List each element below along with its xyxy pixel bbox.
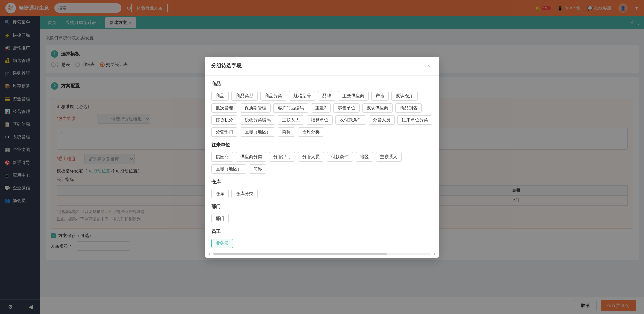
field-tag-quality-mgmt[interactable]: 保质期管理 [240, 103, 271, 113]
field-tag-weight3[interactable]: 重量3 [311, 103, 331, 113]
field-tag-alias[interactable]: 商品别名 [395, 103, 422, 113]
modal-header: 分组待选字段 × [205, 57, 439, 76]
modal-body[interactable]: 商品商品商品类型商品分类规格型号品牌主要供应商产地默认仓库批次管理保质期管理客户… [205, 76, 439, 250]
field-tag-supplier[interactable]: 供应商 [211, 152, 233, 162]
section-title-staff: 员工 [211, 229, 433, 235]
field-tags-staff: 业务员 [211, 239, 433, 248]
scroll-right-arrow[interactable]: › [433, 250, 435, 257]
field-tag-short-name[interactable]: 简称 [278, 127, 295, 137]
modal-overlay: 分组待选字段 × 商品商品商品类型商品分类规格型号品牌主要供应商产地默认仓库批次… [0, 0, 644, 314]
field-tag-tax-code[interactable]: 税收分类编码 [240, 115, 275, 125]
scrollbar-thumb [213, 253, 387, 255]
field-tag-payment-cond[interactable]: 付款条件 [327, 152, 353, 162]
field-tag-short-name2[interactable]: 简称 [249, 164, 266, 174]
modal-dialog: 分组待选字段 × 商品商品商品类型商品分类规格型号品牌主要供应商产地默认仓库批次… [205, 57, 439, 258]
modal-footer-scrollbar: ‹ › [205, 250, 439, 257]
field-tag-wh[interactable]: 仓库 [211, 189, 229, 198]
field-tag-salesman[interactable]: 业务员 [211, 239, 233, 248]
horizontal-scrollbar[interactable] [213, 253, 431, 255]
field-tag-dept[interactable]: 分管部门 [269, 152, 295, 162]
field-tag-pick-points[interactable]: 拣货积分 [211, 115, 237, 125]
field-tag-batch-mgmt[interactable]: 批次管理 [211, 103, 237, 113]
field-tag-payment-terms[interactable]: 收付款条件 [335, 115, 366, 125]
field-tag-origin[interactable]: 产地 [371, 91, 389, 101]
field-tag-spec-type[interactable]: 规格型号 [289, 91, 315, 101]
field-tag-wh-cat[interactable]: 仓库分类 [231, 189, 258, 198]
section-title-warehouse: 仓库 [211, 179, 433, 185]
field-tag-settle-unit[interactable]: 结算单位 [307, 115, 333, 125]
field-tag-partner-contact[interactable]: 主联系人 [376, 152, 402, 162]
field-tag-area[interactable]: 地区 [356, 152, 373, 162]
field-tag-manage-dept[interactable]: 分管部门 [211, 127, 237, 137]
field-tags-goods: 商品商品类型商品分类规格型号品牌主要供应商产地默认仓库批次管理保质期管理客户商品… [211, 91, 433, 137]
field-tag-goods-cat[interactable]: 商品分类 [260, 91, 286, 101]
section-title-department: 部门 [211, 204, 433, 210]
modal-title: 分组待选字段 [211, 63, 241, 69]
field-tag-dept-staff[interactable]: 分管人员 [298, 152, 324, 162]
field-tag-default-warehouse[interactable]: 默认仓库 [391, 91, 418, 101]
field-tag-supervisor[interactable]: 分管人员 [369, 115, 395, 125]
field-tags-department: 部门 [211, 214, 433, 223]
field-tag-main-supplier[interactable]: 主要供应商 [338, 91, 369, 101]
field-tag-goods-name[interactable]: 商品 [211, 91, 229, 101]
field-tag-customer-code[interactable]: 客户商品编码 [273, 103, 308, 113]
field-tag-dep[interactable]: 部门 [211, 214, 229, 223]
field-tag-default-supplier[interactable]: 默认供应商 [362, 103, 393, 113]
field-tag-goods-type[interactable]: 商品类型 [231, 91, 258, 101]
field-tag-region-goods[interactable]: 区域（地区） [240, 127, 275, 137]
field-tag-retail-unit[interactable]: 零售单位 [333, 103, 360, 113]
section-title-goods: 商品 [211, 81, 433, 87]
field-tag-warehouse-cat[interactable]: 仓库分类 [298, 127, 324, 137]
field-tags-warehouse: 仓库仓库分类 [211, 189, 433, 198]
field-tags-partner: 供应商供应商分类分管部门分管人员付款条件地区主联系人区域（地区）简称 [211, 152, 433, 174]
scroll-left-arrow[interactable]: ‹ [209, 250, 211, 257]
modal-close-button[interactable]: × [425, 62, 433, 70]
field-tag-main-contact[interactable]: 主联系人 [278, 115, 304, 125]
field-tag-brand[interactable]: 品牌 [318, 91, 335, 101]
section-title-partner: 往来单位 [211, 142, 433, 148]
field-tag-region-partner[interactable]: 区域（地区） [211, 164, 246, 174]
field-tag-supplier-cat[interactable]: 供应商分类 [236, 152, 266, 162]
field-tag-from-unit-cat[interactable]: 往来单位分类 [397, 115, 432, 125]
